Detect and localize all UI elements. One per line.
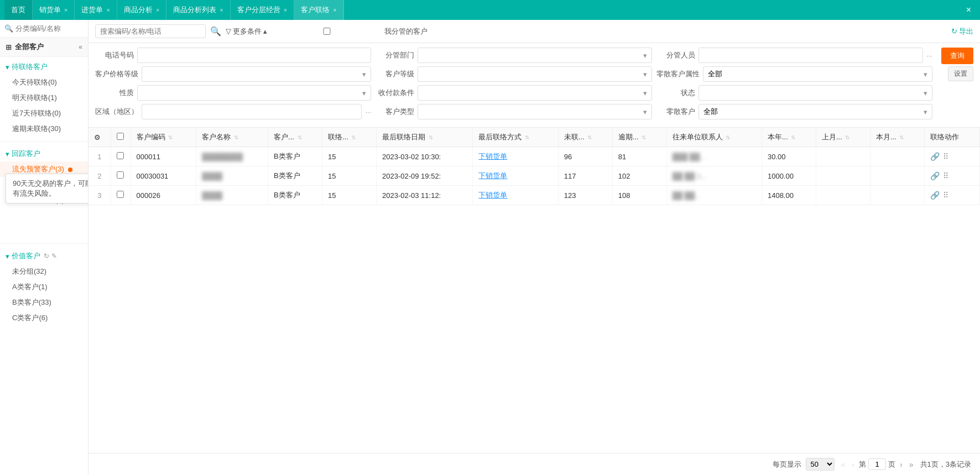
nav-tab-purchase[interactable]: 进货单 × — [75, 0, 117, 20]
filter-input-phone[interactable] — [137, 48, 371, 63]
row-1-action-more[interactable]: ⠿ — [943, 152, 948, 161]
row-3-last-month — [816, 186, 870, 205]
sidebar-item-b-class[interactable]: B类客户(33) — [0, 295, 88, 310]
row-3-action-link[interactable]: 🔗 — [930, 191, 940, 200]
sidebar-item-a-class-label: A类客户(1) — [12, 283, 48, 291]
sidebar-group-churning-title[interactable]: ▾ 回踪客户 — [0, 146, 88, 161]
search-input[interactable] — [95, 24, 206, 38]
my-customers-checkbox[interactable] — [272, 28, 382, 35]
row-1-last-method-value[interactable]: 下销货单 — [478, 152, 507, 160]
sidebar-item-c-class-label: C类客户(6) — [12, 314, 48, 322]
filter-select-retail[interactable]: 全部 ▾ — [698, 104, 932, 119]
sidebar-search-input[interactable] — [15, 24, 84, 33]
col-unit-contact[interactable]: 往来单位联系人 ⇅ — [666, 128, 762, 147]
per-page-select[interactable]: 50 100 — [806, 458, 835, 471]
row-2-last-method-value[interactable]: 下销货单 — [478, 171, 507, 180]
col-uncontacted[interactable]: 未联... ⇅ — [558, 128, 612, 147]
row-3-type: B类客户 — [268, 186, 322, 205]
filter-select-price-level[interactable]: ▾ — [142, 66, 371, 82]
row-2-select-checkbox[interactable] — [117, 171, 124, 179]
content-area: 🔍 ▽ 更多条件 ▴ 我分管的客户 ↻ 导出 — [88, 20, 980, 475]
row-3-last-method-value[interactable]: 下销货单 — [478, 191, 507, 199]
filter-search-button[interactable]: 🔍 — [210, 26, 221, 36]
all-customers-item[interactable]: ⊞ 全部客户 « — [0, 38, 88, 57]
nav-tab-analysis[interactable]: 商品分析 × — [117, 0, 166, 20]
col-settings[interactable]: ⚙ — [88, 128, 111, 147]
col-last-contact-method[interactable]: 最后联络方式 ⇅ — [473, 128, 558, 147]
nav-tab-analysis-close[interactable]: × — [156, 7, 159, 13]
query-button[interactable]: 查询 — [941, 48, 973, 64]
region-dots-button[interactable]: ··· — [365, 108, 371, 116]
col-year-amount[interactable]: 本年... ⇅ — [762, 128, 816, 147]
row-3-uncontacted-value: 123 — [564, 191, 576, 200]
col-last-month-label: 上月... — [822, 133, 842, 141]
col-contact-count[interactable]: 联络... ⇅ — [322, 128, 377, 147]
filter-select-status[interactable]: ▾ — [698, 85, 932, 101]
window-close-button[interactable]: × — [962, 5, 976, 15]
export-button[interactable]: ↻ 导出 — [951, 27, 973, 36]
col-last-month-sort: ⇅ — [845, 134, 849, 140]
select-all-checkbox[interactable] — [117, 133, 124, 140]
sidebar-item-ungrouped[interactable]: 未分组(32) — [0, 264, 88, 279]
sidebar-item-c-class[interactable]: C类客户(6) — [0, 310, 88, 326]
next-page-button[interactable]: › — [898, 459, 905, 470]
page-number-input[interactable] — [868, 458, 886, 470]
filter-select-payment[interactable]: ▾ — [418, 85, 651, 101]
nav-tab-analysis-list[interactable]: 商品分析列表 × — [166, 0, 230, 20]
filter-select-customer-level[interactable]: ▾ — [418, 66, 651, 82]
nav-tab-customer-contact-close[interactable]: × — [333, 7, 336, 13]
collapse-icon[interactable]: « — [79, 43, 82, 51]
sidebar-group-pending-title[interactable]: ▾ 待联络客户 — [0, 59, 88, 75]
filter-select-dept[interactable]: ▾ — [418, 48, 651, 63]
filter-label-customer-type: 客户类型 — [376, 107, 414, 117]
more-filters-button[interactable]: ▽ 更多条件 ▴ — [226, 27, 267, 36]
sidebar-group-value-title[interactable]: ▾ 价值客户 ↻ ✎ — [0, 248, 88, 264]
sidebar-item-today[interactable]: 今天待联络(0) — [0, 75, 88, 90]
nav-tab-purchase-close[interactable]: × — [106, 7, 110, 13]
sidebar-item-tomorrow[interactable]: 明天待联络(1) — [0, 90, 88, 106]
sidebar-item-overdue[interactable]: 逾期未联络(30) — [0, 121, 88, 137]
filter-select-retail-attr[interactable]: 全部 ▾ — [703, 66, 932, 82]
last-page-button[interactable]: » — [907, 459, 916, 470]
row-2-action-link[interactable]: 🔗 — [930, 171, 940, 180]
row-1-select-checkbox[interactable] — [117, 152, 124, 159]
filter-settings-button[interactable]: 设置 — [948, 66, 973, 81]
col-overdue[interactable]: 逾期... ⇅ — [612, 128, 666, 147]
col-customer-name[interactable]: 客户名称 ⇅ — [196, 128, 268, 147]
filter-input-person[interactable] — [698, 48, 923, 63]
table-header: ⚙ 客户编码 ⇅ 客户名称 ⇅ — [88, 128, 980, 147]
nav-tab-customer-tier-close[interactable]: × — [284, 7, 287, 13]
col-last-contact-date[interactable]: 最后联络日期 ⇅ — [376, 128, 472, 147]
row-3-action-more[interactable]: ⠿ — [943, 191, 948, 200]
nav-tab-analysis-list-close[interactable]: × — [220, 7, 223, 13]
first-page-button[interactable]: « — [839, 459, 848, 470]
row-2-action-more[interactable]: ⠿ — [943, 171, 948, 180]
filter-input-region[interactable] — [142, 104, 362, 119]
nav-tab-customer-tier[interactable]: 客户分层经营 × — [231, 0, 294, 20]
col-last-month[interactable]: 上月... ⇅ — [816, 128, 870, 147]
col-customer-type[interactable]: 客户... ⇅ — [268, 128, 322, 147]
nav-tab-sales-close[interactable]: × — [64, 7, 67, 13]
filter-select-customer-type[interactable]: ▾ — [418, 104, 651, 119]
filter-label-payment: 收付款条件 — [376, 88, 414, 98]
col-this-month-sort: ⇅ — [899, 134, 904, 140]
nav-tab-analysis-label: 商品分析 — [124, 5, 153, 15]
nav-tab-customer-contact[interactable]: 客户联络 × — [294, 0, 343, 20]
sidebar-item-a-class[interactable]: A类客户(1) — [0, 279, 88, 295]
col-customer-code[interactable]: 客户编码 ⇅ — [131, 128, 196, 147]
row-3-select-checkbox[interactable] — [117, 191, 124, 198]
person-dots-button[interactable]: ··· — [926, 51, 932, 60]
nav-tab-home[interactable]: 首页 — [4, 0, 33, 20]
row-1-action-link[interactable]: 🔗 — [930, 152, 940, 161]
value-group-refresh[interactable]: ↻ — [44, 252, 49, 260]
filter-select-nature[interactable]: ▾ — [137, 85, 371, 101]
row-2-num: 2 — [88, 166, 111, 186]
col-this-month[interactable]: 本月... ⇅ — [870, 128, 924, 147]
sidebar-item-7days-label: 近7天待联络(0) — [12, 109, 61, 117]
sidebar-item-7days[interactable]: 近7天待联络(0) — [0, 106, 88, 121]
export-icon: ↻ — [951, 27, 957, 35]
value-group-edit[interactable]: ✎ — [51, 252, 57, 260]
prev-page-button[interactable]: ‹ — [849, 459, 857, 470]
settings-gear-icon[interactable]: ⚙ — [94, 133, 101, 142]
nav-tab-sales[interactable]: 销货单 × — [33, 0, 75, 20]
